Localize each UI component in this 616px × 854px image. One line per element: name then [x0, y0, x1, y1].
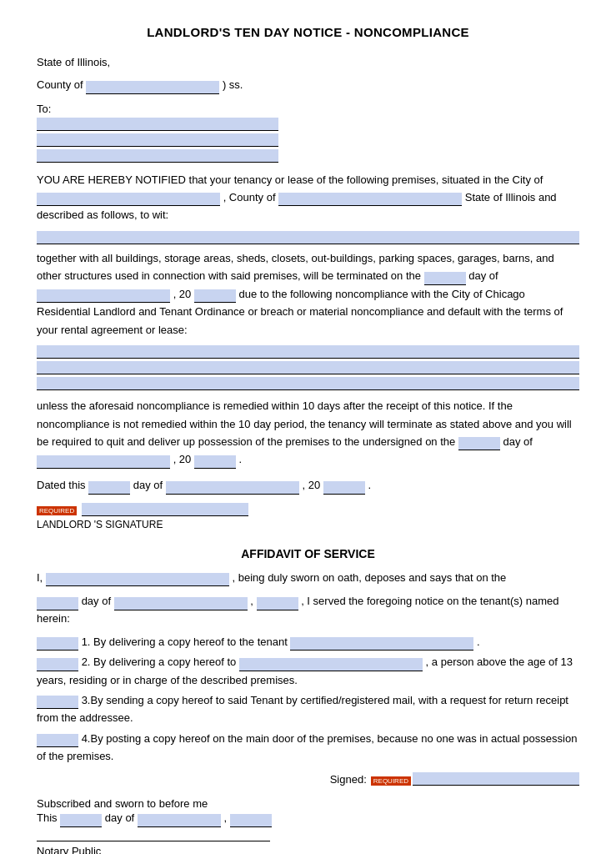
termination-year-field[interactable] — [194, 289, 236, 303]
to-block: To: — [37, 103, 579, 163]
noncompliance-field-1[interactable] — [37, 345, 579, 359]
signed-required-tag: REQUIRED — [371, 776, 411, 786]
landlord-sig-field[interactable] — [82, 503, 248, 516]
affidavit-day-line: day of , , I served the foregoing notice… — [37, 593, 579, 628]
subscribed-year-field[interactable] — [230, 814, 272, 827]
together-paragraph: together with all buildings, storage are… — [37, 249, 579, 339]
dated-day-field[interactable] — [88, 481, 130, 495]
quit-month-field[interactable] — [37, 455, 170, 469]
subscribed-day-field[interactable] — [60, 814, 102, 827]
dated-line: Dated this day of , 20 . — [37, 477, 579, 495]
quit-year-field[interactable] — [194, 455, 236, 469]
to-field-3[interactable] — [37, 149, 278, 163]
subscribed-month-field[interactable] — [138, 814, 221, 827]
signed-field[interactable] — [413, 772, 579, 786]
affidavit-year-field[interactable] — [257, 597, 298, 610]
item2-blank[interactable] — [37, 658, 78, 671]
item1-tenant-field[interactable] — [290, 637, 473, 651]
affidavit-item-2: 2. By delivering a copy hereof to , a pe… — [37, 653, 579, 689]
unless-paragraph: unless the aforesaid noncompliance is re… — [37, 397, 579, 469]
notary-sig-line — [37, 841, 270, 841]
premises-field[interactable] — [37, 231, 579, 244]
affidavit-intro-line: I, , being duly sworn on oath, deposes a… — [37, 569, 579, 586]
item1-blank[interactable] — [37, 637, 78, 651]
affiant-name-field[interactable] — [46, 573, 229, 586]
affidavit-item-3: 3.By sending a copy hereof to said Tenan… — [37, 691, 579, 727]
dated-month-field[interactable] — [166, 481, 299, 495]
item4-blank[interactable] — [37, 734, 78, 747]
noncompliance-block — [37, 345, 579, 390]
affidavit-month-field[interactable] — [114, 597, 248, 610]
subscribed-block: Subscribed and sworn to before me This d… — [37, 797, 579, 854]
termination-month-field[interactable] — [37, 289, 170, 303]
county-field-2[interactable] — [278, 193, 462, 206]
landlord-sig-label: LANDLORD 'S SIGNATURE — [37, 519, 579, 530]
item2-person-field[interactable] — [239, 658, 423, 671]
county-line: County of ) ss. — [37, 77, 579, 94]
city-field[interactable] — [37, 193, 220, 206]
to-field-2[interactable] — [37, 133, 278, 147]
subscribed-label: Subscribed and sworn to before me — [37, 797, 579, 810]
to-field-1[interactable] — [37, 118, 278, 131]
dated-year-field[interactable] — [323, 481, 365, 495]
quit-day-field[interactable] — [458, 437, 500, 450]
termination-day-field[interactable] — [424, 272, 466, 285]
affidavit-day-field[interactable] — [37, 597, 78, 610]
noncompliance-field-3[interactable] — [37, 377, 579, 390]
required-tag: REQUIRED — [37, 506, 77, 515]
page-title: LANDLORD'S TEN DAY NOTICE - NONCOMPLIANC… — [37, 25, 579, 39]
affidavit-title: AFFIDAVIT OF SERVICE — [37, 547, 579, 560]
this-day-line: This day of , — [37, 810, 579, 827]
county-field[interactable] — [86, 81, 219, 94]
affidavit-item-1: 1. By delivering a copy hereof to the te… — [37, 633, 579, 651]
item3-blank[interactable] — [37, 696, 78, 709]
state-line: State of Illinois, — [37, 54, 579, 72]
notified-paragraph: YOU ARE HEREBY NOTIFIED that your tenanc… — [37, 171, 579, 224]
affidavit-item-4: 4.By posting a copy hereof on the main d… — [37, 730, 579, 766]
noncompliance-field-2[interactable] — [37, 361, 579, 374]
signature-block: REQUIRED LANDLORD 'S SIGNATURE — [37, 503, 579, 530]
signed-block: Signed: REQUIRED — [37, 772, 579, 786]
notary-label: Notary Public — [37, 845, 579, 854]
